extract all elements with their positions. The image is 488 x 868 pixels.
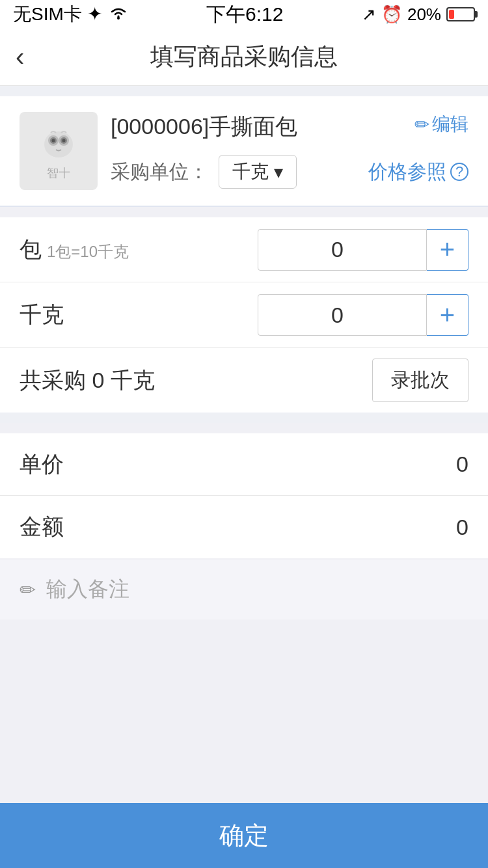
unit-label: 采购单位： [111,159,208,185]
unit-price-value: 0 [456,452,468,477]
back-button[interactable]: ‹ [16,42,24,72]
product-info: [0000006]手撕面包 ✏ 编辑 采购单位： 千克 ▾ 价格参照 ? [111,112,468,189]
alarm-icon: ⏰ [381,5,402,25]
pencil-icon: ✏ [20,578,36,601]
edit-icon: ✏ [414,114,429,135]
svg-point-1 [44,131,73,157]
kg-input[interactable] [258,294,427,336]
svg-point-7 [62,139,66,142]
battery-icon [446,7,475,21]
top-divider [0,86,488,96]
nav-bar: ‹ 填写商品采购信息 [0,29,488,86]
battery-percent: 20% [407,5,441,25]
unit-value: 千克 [232,159,269,184]
location-icon: ↗ [362,5,376,25]
amount-value: 0 [456,515,468,540]
product-unit: 采购单位： 千克 ▾ 价格参照 ? [111,155,468,189]
summary-text: 共采购 0 千克 [20,366,155,396]
kg-input-right: + [258,294,468,336]
product-name: [0000006]手撕面包 [111,112,297,142]
price-ref-button[interactable]: 价格参照 ? [368,159,468,185]
price-section: 单价 0 金额 0 [0,433,488,558]
bao-input-right: + [258,229,468,271]
unit-select[interactable]: 千克 ▾ [219,155,297,189]
product-image: 智十 [20,112,98,190]
page-title: 填写商品采购信息 [150,41,338,73]
svg-point-0 [117,17,120,20]
unit-price-label: 单价 [20,450,64,480]
edit-button[interactable]: ✏ 编辑 [414,112,468,137]
svg-point-6 [52,139,55,142]
remark-placeholder: 输入备注 [46,575,129,604]
middle-divider [0,413,488,423]
dropdown-icon: ▾ [274,161,283,183]
product-card: 智十 [0000006]手撕面包 ✏ 编辑 采购单位： 千克 ▾ 价格参照 ? [0,96,488,206]
input-section: 包1包=10千克 + 千克 + [0,217,488,347]
sim-status: 无SIM卡 ✦ [13,2,102,27]
wifi-icon [109,4,128,25]
bao-input-row: 包1包=10千克 + [0,217,488,282]
remark-section: ✏ 输入备注 [0,560,488,619]
confirm-button[interactable]: 确定 [0,803,488,868]
summary-row: 共采购 0 千克 录批次 [0,347,488,413]
kg-label: 千克 [20,300,98,330]
status-left: 无SIM卡 ✦ [13,2,128,27]
separator [0,206,488,207]
status-time: 下午6:12 [206,1,283,28]
kg-plus-button[interactable]: + [427,294,468,336]
kg-input-row: 千克 + [0,282,488,347]
unit-price-row: 单价 0 [0,433,488,496]
bao-input[interactable] [258,229,427,271]
bao-plus-button[interactable]: + [427,229,468,271]
amount-label: 金额 [20,512,64,542]
product-header: [0000006]手撕面包 ✏ 编辑 [111,112,468,142]
amount-row: 金额 0 [0,496,488,558]
batch-button[interactable]: 录批次 [372,359,468,402]
status-right: ↗ ⏰ 20% [362,5,475,25]
status-bar: 无SIM卡 ✦ 下午6:12 ↗ ⏰ 20% [0,0,488,29]
bao-label: 包1包=10千克 [20,235,129,265]
help-icon: ? [450,163,468,181]
